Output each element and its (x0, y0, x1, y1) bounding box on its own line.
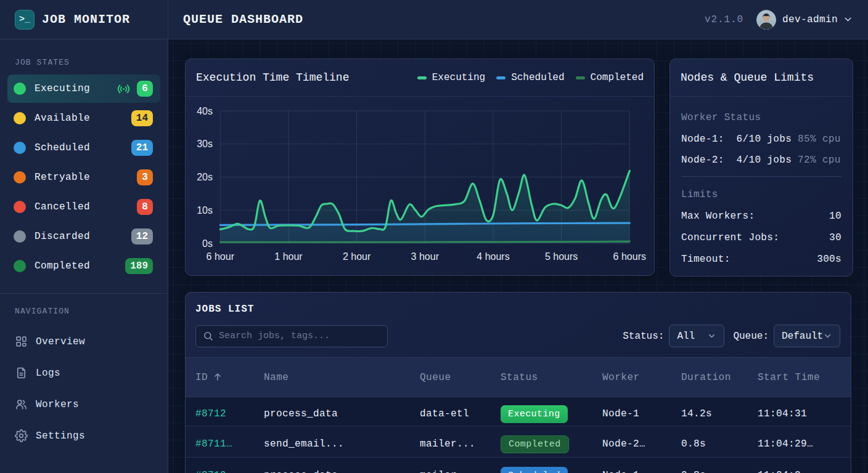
svg-text:5 hours: 5 hours (545, 251, 578, 262)
svg-text:6 hours: 6 hours (613, 251, 646, 262)
svg-text:3 hour: 3 hour (411, 251, 440, 262)
svg-text:6 hour: 6 hour (207, 251, 235, 262)
svg-text:4 hours: 4 hours (477, 251, 509, 262)
svg-text:20s: 20s (197, 172, 213, 182)
svg-text:0s: 0s (202, 238, 213, 249)
svg-text:2 hour: 2 hour (343, 251, 371, 262)
svg-text:40s: 40s (197, 106, 213, 116)
svg-text:10s: 10s (197, 205, 213, 216)
svg-text:1 hour: 1 hour (274, 251, 303, 262)
svg-text:30s: 30s (197, 139, 213, 149)
